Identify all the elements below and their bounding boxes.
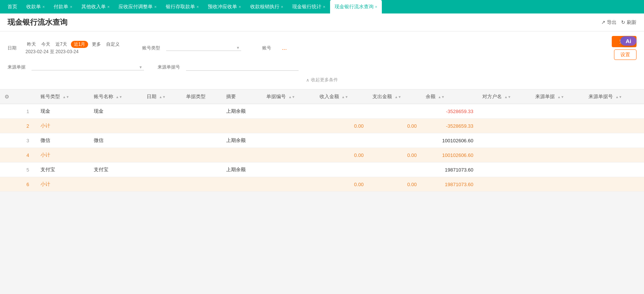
source-doc-no-input[interactable] [186, 64, 299, 71]
cell-source-doc-no [584, 148, 644, 163]
cell-source-doc-no [584, 104, 644, 119]
cell-expense [368, 133, 421, 148]
table-row[interactable]: 1 现金 现金 上期余额 -3528659.33 [0, 104, 644, 119]
cell-source-doc-no [584, 177, 644, 192]
account-label: 账号 [262, 45, 274, 51]
col-account-name[interactable]: 账号名称 ▲▼ [89, 90, 143, 104]
row-index: 5 [20, 163, 36, 177]
row-checkbox[interactable] [0, 163, 20, 177]
cell-account-name: 现金 [89, 104, 143, 119]
cell-doc-type [182, 133, 222, 148]
col-income[interactable]: 收入金额 ▲▼ [315, 90, 368, 104]
cell-balance: 19871073.60 [421, 163, 478, 177]
close-icon[interactable]: × [281, 4, 283, 9]
date-btn-1month[interactable]: 近1月 [71, 41, 89, 48]
cell-summary [222, 148, 262, 163]
col-date[interactable]: 日期 ▲▼ [142, 90, 182, 104]
settings-button[interactable]: 设置 [614, 49, 636, 60]
nav-receipts[interactable]: 收款单 × [22, 0, 49, 13]
cell-balance: 100102606.60 [421, 133, 478, 148]
close-icon[interactable]: × [42, 4, 45, 9]
date-shortcuts-group: 昨天 今天 近7天 近1月 更多 自定义 2023-02-24 至 2023-0… [26, 41, 121, 55]
cell-account-name [89, 148, 143, 163]
sort-icon: ▲▼ [288, 95, 295, 99]
cell-doc-no [262, 104, 315, 119]
cell-income [315, 104, 368, 119]
close-icon[interactable]: × [107, 4, 110, 9]
cell-source-doc [531, 104, 584, 119]
col-doc-no[interactable]: 单据编号 ▲▼ [262, 90, 315, 104]
col-balance[interactable]: 余额 ▲▼ [421, 90, 478, 104]
source-doc-no-label: 来源单据号 [158, 64, 180, 70]
nav-cash-bank-flow[interactable]: 现金银行流水查询 × [330, 0, 382, 13]
close-icon[interactable]: × [70, 4, 72, 9]
cell-source-doc [531, 148, 584, 163]
ai-badge[interactable]: Ai [620, 36, 636, 46]
cell-source-doc [531, 119, 584, 133]
filter-row-date: 日期 昨天 今天 近7天 近1月 更多 自定义 2023-02-24 至 202… [8, 36, 636, 60]
collapse-button[interactable]: ∧ 收起更多条件 [306, 77, 338, 83]
close-icon[interactable]: × [197, 4, 199, 9]
nav-cash-bank-stats[interactable]: 现金银行统计 × [288, 0, 330, 13]
cell-income [315, 163, 368, 177]
col-source-doc-no[interactable]: 来源单据号 ▲▼ [584, 90, 644, 104]
export-button[interactable]: ↗ 导出 [601, 19, 617, 26]
col-index [20, 90, 36, 104]
sort-icon: ▲▼ [504, 95, 511, 99]
cell-source-doc [531, 133, 584, 148]
chevron-down-icon: ▼ [236, 46, 240, 50]
header-actions: ↗ 导出 ↻ 刷新 [601, 19, 636, 26]
table-row[interactable]: 4 小计 0.00 0.00 100102606.60 [0, 148, 644, 163]
date-label: 日期 [8, 45, 20, 51]
date-btn-yesterday[interactable]: 昨天 [26, 41, 38, 48]
cell-summary: 上期余额 [222, 104, 262, 119]
nav-other-income[interactable]: 其他收入单 × [77, 0, 114, 13]
col-account-type[interactable]: 账号类型 ▲▼ [36, 90, 89, 104]
account-type-label: 账号类型 [142, 45, 160, 51]
nav-collection-exec[interactable]: 收款核销执行 × [246, 0, 288, 13]
dots-button[interactable]: ... [280, 45, 288, 51]
row-checkbox[interactable] [0, 133, 20, 148]
table-row[interactable]: 3 微信 微信 上期余额 100102606.60 [0, 133, 644, 148]
source-doc-select[interactable]: ▼ [32, 64, 144, 70]
close-icon[interactable]: × [375, 4, 377, 9]
cell-doc-type [182, 148, 222, 163]
date-btn-more[interactable]: 更多 [90, 41, 102, 48]
close-icon[interactable]: × [323, 4, 325, 9]
nav-bank-deposit[interactable]: 银行存取款单 × [161, 0, 203, 13]
cell-income: 0.00 [315, 177, 368, 192]
row-checkbox[interactable] [0, 148, 20, 163]
cell-source-doc [531, 163, 584, 177]
col-counterpart[interactable]: 对方户名 ▲▼ [478, 90, 531, 104]
page-title: 现金银行流水查询 [8, 17, 68, 27]
refresh-button[interactable]: ↻ 刷新 [621, 19, 636, 26]
close-icon[interactable]: × [239, 4, 241, 9]
nav-prepay-offset[interactable]: 预收冲应收单 × [203, 0, 245, 13]
top-nav: 首页 收款单 × 付款单 × 其他收入单 × 应收应付调整单 × 银行存取款单 … [0, 0, 644, 13]
date-btn-today[interactable]: 今天 [40, 41, 52, 48]
cell-doc-type [182, 163, 222, 177]
row-checkbox[interactable] [0, 119, 20, 133]
col-source-doc[interactable]: 来源单据 ▲▼ [531, 90, 584, 104]
date-btn-7days[interactable]: 近7天 [54, 41, 69, 48]
nav-payments[interactable]: 付款单 × [49, 0, 77, 13]
col-expense[interactable]: 支出金额 ▲▼ [368, 90, 421, 104]
sort-icon: ▲▼ [438, 95, 445, 99]
account-type-select[interactable]: ▼ [166, 45, 241, 51]
cell-balance: 19871073.60 [421, 177, 478, 192]
row-index: 3 [20, 133, 36, 148]
date-btn-custom[interactable]: 自定义 [105, 41, 121, 48]
cell-account-type: 小计 [36, 148, 89, 163]
nav-ar-ap-adjust[interactable]: 应收应付调整单 × [114, 0, 161, 13]
col-summary: 摘要 [222, 90, 262, 104]
table-row[interactable]: 2 小计 0.00 0.00 -3528659.33 [0, 119, 644, 133]
sort-icon: ▲▼ [116, 95, 122, 99]
table-row[interactable]: 5 支付宝 支付宝 上期余额 19871073.60 [0, 163, 644, 177]
table-row[interactable]: 6 小计 0.00 0.00 19871073.60 [0, 177, 644, 192]
close-icon[interactable]: × [154, 4, 156, 9]
nav-home[interactable]: 首页 [3, 0, 22, 13]
row-checkbox[interactable] [0, 177, 20, 192]
table-header-row: ⚙ 账号类型 ▲▼ 账号名称 ▲▼ 日期 ▲▼ 单据类型 [0, 90, 644, 104]
col-gear[interactable]: ⚙ [0, 90, 20, 104]
row-checkbox[interactable] [0, 104, 20, 119]
